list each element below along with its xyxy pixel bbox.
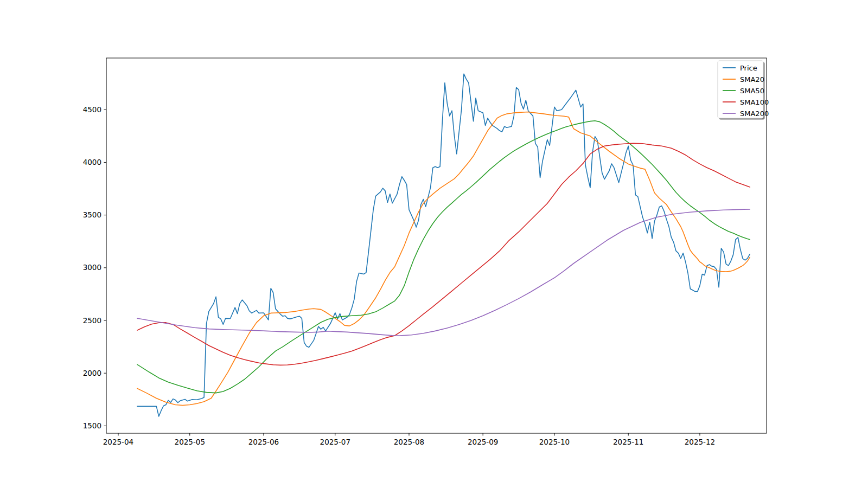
x-axis-tick-label: 2025-10 [539,438,570,446]
chart-figure: 15002000250030003500400045002025-042025-… [0,0,868,488]
y-axis-tick-label: 3000 [83,263,101,272]
y-axis-tick-label: 4000 [83,158,101,166]
legend-label-sma100: SMA100 [740,98,769,106]
legend-label-sma20: SMA20 [740,75,764,84]
x-axis-tick-label: 2025-08 [394,438,424,446]
legend-label-sma50: SMA50 [740,87,764,95]
x-axis-tick-label: 2025-11 [613,438,643,446]
y-axis-tick-label: 4500 [83,105,101,114]
y-axis-tick-label: 1500 [83,421,101,430]
price-sma-line-chart: 15002000250030003500400045002025-042025-… [0,0,868,488]
y-axis-tick-label: 3500 [83,210,101,219]
x-axis-tick-label: 2025-05 [175,438,205,446]
x-axis-tick-label: 2025-06 [248,438,279,446]
y-axis-tick-label: 2500 [83,316,101,325]
y-axis-tick-label: 2000 [83,369,101,377]
x-axis-tick-label: 2025-07 [320,438,350,446]
legend-label-sma200: SMA200 [740,110,769,118]
x-axis-tick-label: 2025-04 [103,438,133,446]
x-axis-tick-label: 2025-12 [685,438,715,446]
x-axis-tick-label: 2025-09 [468,438,498,446]
legend-label-price: Price [740,64,757,72]
